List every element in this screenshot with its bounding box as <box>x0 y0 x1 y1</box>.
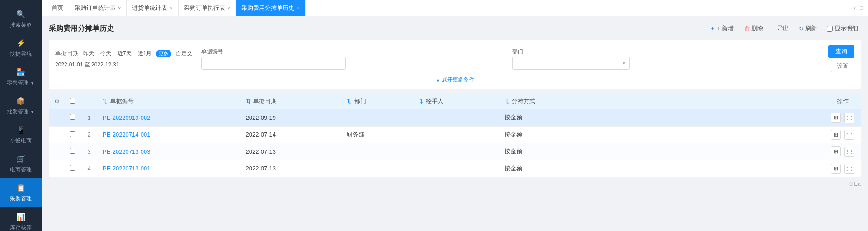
th-doc-no[interactable]: ⇅ 单据编号 <box>98 94 241 109</box>
filter-doc-section: 单据编号 <box>201 48 505 70</box>
row2-view-btn[interactable]: ⊞ <box>831 130 841 140</box>
row4-view-btn[interactable]: ⊞ <box>831 164 841 174</box>
row1-more-btn[interactable]: ⋮⋮ <box>844 113 854 123</box>
row3-num: 3 <box>80 143 98 160</box>
row2-handler <box>414 126 500 143</box>
expand-more-btn[interactable]: ∨ 展开更多条件 <box>55 76 854 84</box>
wholesale-icon: 📦 <box>2 96 39 107</box>
dept-select[interactable]: 财务部 <box>512 57 630 70</box>
row4-date: 2022-07-13 <box>241 160 342 177</box>
row1-settings <box>49 109 65 127</box>
row3-view-btn[interactable]: ⊞ <box>831 146 841 156</box>
tab-inbound-summary[interactable]: 进货单统计表 × <box>127 0 178 16</box>
row4-doc-no: PE-20220713-001 <box>98 160 241 177</box>
sort-icon-split: ⇅ <box>505 98 509 104</box>
table-row: 3 PE-20220713-003 2022-07-13 按金额 ⊞ ⋮⋮ <box>49 143 861 160</box>
select-all-checkbox[interactable] <box>70 98 75 104</box>
tabs-bar: 首页 采购订单统计表 × 进货单统计表 × 采购订单执行表 × 采购费用分摊单历… <box>42 0 868 16</box>
show-columns-checkbox[interactable] <box>827 26 833 32</box>
main-area: 首页 采购订单统计表 × 进货单统计表 × 采购订单执行表 × 采购费用分摊单历… <box>42 0 868 231</box>
row3-doc-no-link[interactable]: PE-20220713-003 <box>103 148 151 155</box>
close-purchase-summary[interactable]: × <box>118 0 121 16</box>
minimize-btn[interactable]: × <box>853 5 856 12</box>
row3-more-btn[interactable]: ⋮⋮ <box>844 147 854 157</box>
row1-checkbox[interactable] <box>70 114 75 120</box>
tab-purchase-execute[interactable]: 采购订单执行表 × <box>179 0 236 16</box>
row4-ops: ⊞ ⋮⋮ <box>825 160 861 177</box>
shortcut-yesterday[interactable]: 昨天 <box>81 49 96 58</box>
row4-split: 按金额 <box>500 160 825 177</box>
tab-home[interactable]: 首页 <box>46 0 69 16</box>
filter-settings-button[interactable]: 设置 <box>831 60 854 72</box>
th-split-method[interactable]: ⇅ 分摊方式 <box>500 94 825 109</box>
row2-doc-no-link[interactable]: PE-20220714-001 <box>103 131 151 138</box>
export-button[interactable]: ↑ 导出 <box>770 23 792 34</box>
shortcut-7days[interactable]: 近7天 <box>116 49 133 58</box>
row2-doc-no: PE-20220714-001 <box>98 126 241 143</box>
maximize-btn[interactable]: □ <box>860 5 863 11</box>
row3-checkbox[interactable] <box>70 148 75 154</box>
row1-doc-no-link[interactable]: PE-20220919-002 <box>103 114 151 121</box>
filter-area: 单据日期 昨天 今天 近7天 近1月 更多 自定义 2022-01-01 至 2… <box>49 40 861 89</box>
row4-handler <box>414 160 500 177</box>
sidebar-item-mini[interactable]: 📱 小畅电商 <box>0 120 42 149</box>
shortcut-more[interactable]: 更多 <box>156 50 171 57</box>
shortcut-custom[interactable]: 自定义 <box>174 49 194 58</box>
sidebar-item-wholesale[interactable]: 📦 批发管理 ▼ <box>0 91 42 120</box>
data-table: ⚙ ⇅ 单据编号 ⇅ 单据日期 <box>49 94 861 177</box>
close-inbound-summary[interactable]: × <box>170 0 172 16</box>
close-purchase-cost-history[interactable]: × <box>297 0 299 16</box>
table-row: 2 PE-20220714-001 2022-07-14 财务部 按金额 ⊞ ⋮… <box>49 126 861 143</box>
row1-dept <box>342 109 414 127</box>
th-handler[interactable]: ⇅ 经手人 <box>414 94 500 109</box>
row1-view-btn[interactable]: ⊞ <box>831 113 841 123</box>
row2-checkbox[interactable] <box>70 131 75 137</box>
row4-more-btn[interactable]: ⋮⋮ <box>844 164 854 174</box>
refresh-button[interactable]: ↻ 刷新 <box>796 23 820 34</box>
search-button[interactable]: 查询 <box>828 45 854 58</box>
chevron-down-icon: ∨ <box>436 77 440 83</box>
row2-date: 2022-07-14 <box>241 126 342 143</box>
delete-icon: 🗑 <box>744 25 750 32</box>
table-header-row: ⚙ ⇅ 单据编号 ⇅ 单据日期 <box>49 94 861 109</box>
sort-icon-handler: ⇅ <box>418 98 423 104</box>
wholesale-arrow: ▼ <box>30 109 35 114</box>
th-date[interactable]: ⇅ 单据日期 <box>241 94 342 109</box>
sort-icon-date: ⇅ <box>246 98 251 104</box>
date-range-display[interactable]: 2022-01-01 至 2022-12-31 <box>55 61 194 69</box>
search-icon: 🔍 <box>2 9 39 20</box>
date-label: 单据日期 <box>55 49 79 57</box>
row4-check <box>65 160 80 177</box>
tab-purchase-cost-history[interactable]: 采购费用分摊单历史 × <box>236 0 305 16</box>
row2-more-btn[interactable]: ⋮⋮ <box>844 130 854 140</box>
shortcut-1month[interactable]: 近1月 <box>136 49 154 58</box>
row2-ops: ⊞ ⋮⋮ <box>825 126 861 143</box>
filter-date-section: 单据日期 昨天 今天 近7天 近1月 更多 自定义 2022-01-01 至 2… <box>55 49 194 69</box>
doc-no-input[interactable] <box>201 57 346 70</box>
status-bar: 0 Ea <box>49 181 861 187</box>
add-button[interactable]: ＋ + 新增 <box>707 23 736 34</box>
sidebar-item-inventory[interactable]: 📊 库存核算 <box>0 207 42 231</box>
th-operation: 操作 <box>825 94 861 109</box>
show-columns-btn[interactable]: 显示明细 <box>824 23 861 34</box>
sidebar-item-purchase[interactable]: 📋 采购管理 <box>0 178 42 207</box>
row3-dept <box>342 143 414 160</box>
close-purchase-execute[interactable]: × <box>227 0 230 16</box>
content-area: 采购费用分摊单历史 ＋ + 新增 🗑 删除 ↑ 导出 ↻ 刷新 <box>42 16 868 231</box>
th-settings[interactable]: ⚙ <box>49 94 65 109</box>
row4-checkbox[interactable] <box>70 165 75 171</box>
sidebar-item-search[interactable]: 🔍 搜索菜单 <box>0 5 42 33</box>
shortcut-today[interactable]: 今天 <box>99 49 113 58</box>
sort-icon-dept: ⇅ <box>347 98 352 104</box>
th-dept[interactable]: ⇅ 部门 <box>342 94 414 109</box>
row4-doc-no-link[interactable]: PE-20220713-001 <box>103 165 151 172</box>
sidebar-item-retail[interactable]: 🏪 零售管理 ▼ <box>0 62 42 91</box>
row1-date: 2022-09-19 <box>241 109 342 127</box>
row4-num: 4 <box>80 160 98 177</box>
delete-button[interactable]: 🗑 删除 <box>741 23 766 34</box>
sidebar-item-ecom[interactable]: 🛒 电商管理 <box>0 149 42 178</box>
th-index <box>80 94 98 109</box>
table-row: 1 PE-20220919-002 2022-09-19 按金额 ⊞ ⋮⋮ <box>49 109 861 127</box>
sidebar-item-quick[interactable]: ⚡ 快捷导航 <box>0 33 42 62</box>
tab-purchase-summary[interactable]: 采购订单统计表 × <box>69 0 127 16</box>
